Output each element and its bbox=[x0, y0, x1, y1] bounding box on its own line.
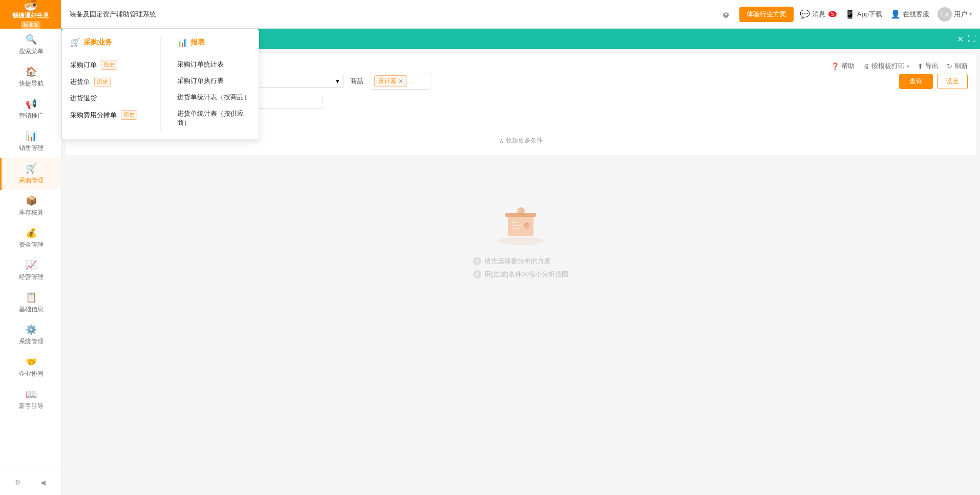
purchase-dropdown-overlay: 🛒 采购业务 采购订单 历史 进货单 历史 进货退货 采购费用分摊单 历史 bbox=[61, 29, 259, 140]
purchase-section-label: 采购业务 bbox=[83, 38, 112, 47]
sidebar-item-basic-info[interactable]: 📋 基础信息 bbox=[0, 287, 61, 319]
sidebar-item-enterprise[interactable]: 🤝 企业协同 bbox=[0, 351, 61, 383]
purchase-section: 🛒 采购业务 采购订单 历史 进货单 历史 进货退货 采购费用分摊单 历史 bbox=[70, 37, 144, 131]
avatar: Ea bbox=[938, 7, 952, 21]
sidebar-item-label: 资金管理 bbox=[19, 241, 44, 249]
tip-num-2: ② bbox=[473, 270, 481, 278]
goods-tag: 设计素 ✕ bbox=[374, 75, 407, 87]
user-dropdown-icon: ▾ bbox=[969, 11, 972, 17]
marketing-icon: 📢 bbox=[26, 98, 37, 110]
purchase-order-label: 采购订单 bbox=[70, 60, 97, 70]
purchase-section-icon: 🛒 bbox=[70, 37, 80, 47]
user-label: 用户 bbox=[954, 10, 967, 19]
purchase-icon: 🛒 bbox=[26, 163, 37, 174]
help-label: 帮助 bbox=[841, 61, 855, 71]
capital-icon: 💰 bbox=[26, 227, 37, 239]
goods-tag-close-icon[interactable]: ✕ bbox=[398, 78, 403, 85]
sidebar-item-quick-nav[interactable]: 🏠 快捷导航 bbox=[0, 61, 61, 93]
print-dropdown-icon: ▾ bbox=[907, 63, 909, 69]
message-label: 消息 bbox=[812, 10, 825, 19]
basic-info-icon: 📋 bbox=[26, 292, 37, 303]
operation-icon: 📈 bbox=[26, 260, 37, 271]
message-icon: 💬 bbox=[800, 9, 810, 19]
message-badge: 5 bbox=[828, 11, 837, 17]
service-icon: 👤 bbox=[890, 9, 901, 19]
goods-filter[interactable]: 设计素 ✕ ... bbox=[370, 73, 431, 90]
system-settings-icon[interactable] bbox=[719, 7, 733, 21]
menu-item-receive-stat-goods[interactable]: 进货单统计表（按商品） bbox=[177, 89, 251, 105]
collapse-sidebar-icon[interactable]: ◀ bbox=[35, 475, 51, 490]
system-title: 装备及固定资产辅助管理系统 bbox=[70, 10, 713, 19]
menu-item-receive-goods[interactable]: 进货单 历史 bbox=[70, 73, 144, 90]
empty-illustration bbox=[490, 200, 551, 246]
expand-window-icon[interactable]: ⛶ bbox=[968, 34, 976, 44]
report-section-title: 📊 报表 bbox=[177, 37, 251, 50]
sidebar-item-operation[interactable]: 📈 经营管理 bbox=[0, 254, 61, 287]
topnav: 装备及固定资产辅助管理系统 体验行业方案 💬 消息 5 📱 App下载 👤 在线… bbox=[61, 0, 980, 29]
empty-tip-2: ② 用[过滤]条件来缩小分析范围 bbox=[473, 268, 568, 281]
logo-name: 畅捷通好生意 bbox=[12, 11, 49, 20]
query-button[interactable]: 查询 bbox=[899, 74, 933, 89]
home-icon: 🏠 bbox=[26, 66, 37, 77]
goods-more-icon[interactable]: ... bbox=[409, 77, 415, 85]
sidebar-item-system[interactable]: ⚙️ 系统管理 bbox=[0, 319, 61, 351]
sidebar-item-search[interactable]: 🔍 搜索菜单 bbox=[0, 29, 61, 61]
doc-status-select[interactable]: ... ▾ bbox=[252, 75, 344, 88]
report-section: 📊 报表 采购订单统计表 采购订单执行表 进货单统计表（按商品） 进货单统计表（… bbox=[177, 37, 251, 131]
menu-divider bbox=[160, 37, 161, 131]
user-initials: Ea bbox=[941, 11, 949, 18]
online-service-btn[interactable]: 👤 在线客服 bbox=[890, 9, 929, 19]
industry-btn[interactable]: 体验行业方案 bbox=[739, 7, 794, 22]
sidebar-item-label: 系统管理 bbox=[19, 337, 44, 346]
sidebar-item-guide[interactable]: 📖 新手引导 bbox=[0, 383, 61, 416]
user-menu-btn[interactable]: Ea 用户 ▾ bbox=[938, 7, 972, 21]
sidebar-item-label: 营销推广 bbox=[19, 112, 44, 120]
action-btns: 查询 设置 bbox=[899, 74, 968, 89]
export-icon: ⬆ bbox=[918, 62, 923, 70]
export-label: 导出 bbox=[925, 61, 939, 71]
sidebar-item-inventory[interactable]: 📦 库存核算 bbox=[0, 190, 61, 222]
sidebar-item-purchase[interactable]: 🛒 采购管理 bbox=[0, 158, 61, 190]
menu-item-receive-stat-supplier[interactable]: 进货单统计表（按供应商） bbox=[177, 105, 251, 131]
logo-icon: 🍜 bbox=[24, 0, 37, 11]
print-label: 按模板打印 bbox=[871, 61, 905, 71]
receive-stat-supplier-label: 进货单统计表（按供应商） bbox=[177, 109, 251, 127]
menu-item-purchase-order-stat[interactable]: 采购订单统计表 bbox=[177, 56, 251, 73]
sidebar: 🍜 畅捷通好生意 标准版 🔍 搜索菜单 🏠 快捷导航 📢 营销推广 📊 销售管理… bbox=[0, 0, 61, 495]
print-btn[interactable]: 🖨 按模板打印 ▾ bbox=[863, 61, 909, 71]
menu-item-purchase-expense[interactable]: 采购费用分摊单 历史 bbox=[70, 106, 144, 123]
sidebar-item-label: 经营管理 bbox=[19, 273, 44, 282]
close-window-icon[interactable]: ✕ bbox=[957, 34, 964, 44]
refresh-btn[interactable]: ↻ 刷新 bbox=[947, 61, 968, 71]
settings-icon[interactable]: ⚙ bbox=[10, 475, 26, 490]
enterprise-icon: 🤝 bbox=[26, 356, 37, 368]
sidebar-item-sales[interactable]: 📊 销售管理 bbox=[0, 125, 61, 158]
empty-state: ① 请先选择要分析的方案 ② 用[过滤]条件来缩小分析范围 bbox=[61, 159, 980, 322]
export-btn[interactable]: ⬆ 导出 bbox=[918, 61, 939, 71]
purchase-expense-label: 采购费用分摊单 bbox=[70, 111, 117, 120]
help-btn[interactable]: ❓ 帮助 bbox=[831, 61, 855, 71]
menu-item-return-goods[interactable]: 进货退货 bbox=[70, 90, 144, 106]
empty-tips: ① 请先选择要分析的方案 ② 用[过滤]条件来缩小分析范围 bbox=[473, 254, 568, 281]
online-service-label: 在线客服 bbox=[903, 10, 929, 19]
sidebar-bottom: ⚙ ◀ bbox=[0, 469, 61, 495]
menu-item-purchase-order-exec[interactable]: 采购订单执行表 bbox=[177, 73, 251, 89]
purchase-dropdown-menu: 🛒 采购业务 采购订单 历史 进货单 历史 进货退货 采购费用分摊单 历史 bbox=[61, 29, 259, 140]
app-download-btn[interactable]: 📱 App下载 bbox=[845, 9, 882, 19]
settings-button[interactable]: 设置 bbox=[937, 74, 968, 89]
sidebar-item-marketing[interactable]: 📢 营销推广 bbox=[0, 93, 61, 125]
search-icon: 🔍 bbox=[26, 34, 37, 45]
sidebar-item-label: 库存核算 bbox=[19, 208, 44, 217]
sidebar-item-label: 采购管理 bbox=[19, 176, 44, 185]
svg-rect-6 bbox=[512, 225, 522, 226]
purchase-order-exec-label: 采购订单执行表 bbox=[177, 76, 224, 85]
svg-rect-5 bbox=[512, 222, 518, 223]
sidebar-item-capital[interactable]: 💰 资金管理 bbox=[0, 222, 61, 254]
svg-line-10 bbox=[525, 225, 526, 225]
topnav-right: 💬 消息 5 📱 App下载 👤 在线客服 Ea 用户 ▾ bbox=[800, 7, 972, 21]
svg-rect-7 bbox=[512, 228, 520, 229]
menu-item-purchase-order[interactable]: 采购订单 历史 bbox=[70, 56, 144, 73]
receive-stat-goods-label: 进货单统计表（按商品） bbox=[177, 93, 250, 102]
message-btn[interactable]: 💬 消息 5 bbox=[800, 9, 837, 19]
phone-icon: 📱 bbox=[845, 9, 855, 19]
